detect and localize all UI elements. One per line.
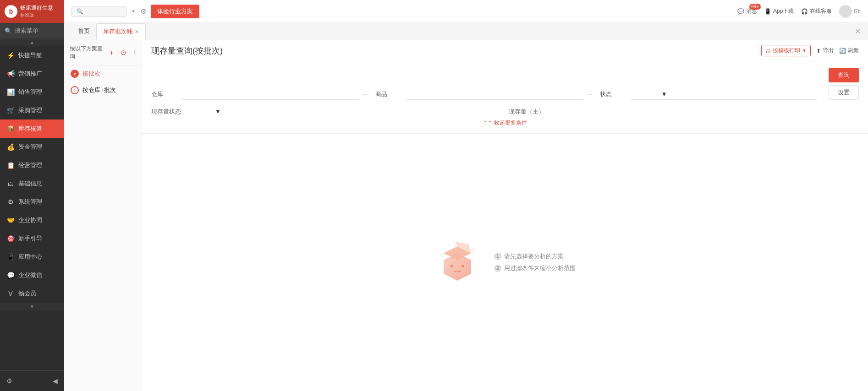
sidebar-item-app-center[interactable]: 📱 应用中心 bbox=[0, 248, 64, 266]
tab-inventory-batch[interactable]: 库存批次账 ✕ bbox=[96, 23, 146, 40]
nav-label-marketing: 营销推广 bbox=[18, 70, 42, 78]
message-badge: 99+ bbox=[749, 4, 761, 10]
online-support-btn[interactable]: 🎧 在线客服 bbox=[801, 7, 832, 15]
sidebar-item-sales[interactable]: 📊 销售管理 bbox=[0, 83, 64, 101]
scroll-down-btn[interactable]: ▼ bbox=[0, 303, 64, 310]
nav-label-app-center: 应用中心 bbox=[18, 253, 42, 261]
tip-num-2: 2 bbox=[494, 265, 501, 272]
topbar-search[interactable]: 🔍 bbox=[71, 6, 126, 17]
tabbar: 首页 库存批次账 ✕ ✕ bbox=[64, 23, 868, 40]
sales-icon: 📊 bbox=[6, 88, 15, 96]
basics-icon: 🗂 bbox=[6, 179, 15, 188]
stock-status-dropdown-icon: ▼ bbox=[215, 108, 221, 115]
refresh-label: 刷新 bbox=[848, 47, 859, 54]
svg-text:✦: ✦ bbox=[469, 269, 471, 272]
scroll-up-btn[interactable]: ▲ bbox=[0, 38, 64, 46]
app-download-btn[interactable]: 📱 App下载 bbox=[764, 7, 794, 15]
sidebar-item-finance[interactable]: 💰 资金管理 bbox=[0, 138, 64, 156]
sidebar-item-inventory[interactable]: 📦 库存核算 bbox=[0, 119, 64, 138]
stock-status-dropdown[interactable]: ▼ bbox=[185, 106, 501, 117]
status-field: 状态 ▼ bbox=[600, 89, 817, 100]
sidebar-item-purchase[interactable]: 🛒 采购管理 bbox=[0, 101, 64, 119]
sidebar-item-members[interactable]: V 畅会员 bbox=[0, 284, 64, 303]
tip-num-1: 1 bbox=[494, 253, 501, 260]
export-icon: ⬆ bbox=[816, 48, 821, 54]
sidebar-footer: ⚙ ◀ bbox=[0, 370, 64, 391]
warehouse-input[interactable] bbox=[182, 89, 359, 100]
filter-buttons: 查询 设置 bbox=[829, 68, 859, 100]
left-panel-actions: ＋ ⊙ 《 bbox=[107, 48, 136, 57]
stock-status-field: 现存量状态 ▼ bbox=[151, 106, 501, 117]
topbar-dropdown-arrow[interactable]: ▼ bbox=[131, 9, 136, 14]
plan-item-by-batch[interactable]: ● 按批次 bbox=[64, 65, 142, 82]
stock-qty-max-input[interactable] bbox=[616, 106, 671, 117]
topbar-search-icon: 🔍 bbox=[77, 8, 83, 15]
page-title: 现存量查询(按批次) bbox=[151, 45, 223, 56]
app-title: 畅康通好生意 bbox=[20, 5, 53, 12]
refresh-btn[interactable]: 🔄 刷新 bbox=[839, 47, 859, 54]
page-header: 现存量查询(按批次) 🖨 按模板打印 ▼ ⬆ 导出 🔄 刷新 bbox=[142, 40, 868, 61]
trial-btn[interactable]: 体验行业方案 bbox=[151, 5, 199, 18]
add-plan-btn[interactable]: ＋ bbox=[107, 48, 116, 57]
system-icon: ⚙ bbox=[6, 198, 15, 206]
sidebar-item-marketing[interactable]: 📢 营销推广 bbox=[0, 65, 64, 83]
warehouse-dots-btn[interactable]: ··· bbox=[363, 91, 368, 98]
stock-qty-divider: — bbox=[607, 109, 612, 115]
collapse-left-panel-btn[interactable]: 《 bbox=[131, 49, 136, 57]
user-avatar-btn[interactable]: Rit bbox=[839, 5, 861, 18]
operations-icon: 📋 bbox=[6, 161, 15, 169]
collapse-more-btn[interactable]: ⌃⌃ 收起更多条件 bbox=[151, 119, 859, 127]
print-label: 按模板打印 bbox=[773, 47, 800, 54]
left-panel-header: 按以下方案查询 ＋ ⊙ 《 bbox=[64, 40, 142, 65]
search-menu[interactable]: 🔍 搜索菜单 bbox=[0, 23, 64, 38]
plan-label-by-batch: 按批次 bbox=[82, 70, 100, 78]
empty-tip-1: 1 请先选择要分析的方案 bbox=[494, 250, 576, 262]
svg-text:✦: ✦ bbox=[439, 253, 441, 256]
nav-label-basics: 基础信息 bbox=[18, 179, 42, 188]
quick-nav-icon: ⚡ bbox=[6, 51, 15, 60]
status-dropdown[interactable]: ▼ bbox=[631, 89, 817, 100]
topbar-gear-icon[interactable]: ⚙ bbox=[140, 7, 146, 16]
nav-label-inventory: 库存核算 bbox=[18, 125, 42, 133]
tip-text-1: 请先选择要分析的方案 bbox=[504, 250, 564, 262]
print-template-btn[interactable]: 🖨 按模板打印 ▼ bbox=[761, 45, 811, 56]
settings-footer-btn[interactable]: ⚙ bbox=[5, 375, 14, 386]
marketing-icon: 📢 bbox=[6, 70, 15, 78]
sidebar-item-enterprise[interactable]: 🤝 企业协同 bbox=[0, 211, 64, 229]
collapse-sidebar-btn[interactable]: ◀ bbox=[51, 375, 60, 386]
filter-settings-btn[interactable]: 设置 bbox=[829, 85, 859, 100]
sidebar-item-system[interactable]: ⚙ 系统管理 bbox=[0, 193, 64, 211]
product-input[interactable] bbox=[407, 89, 583, 100]
print-icon: 🖨 bbox=[765, 48, 771, 54]
plan-settings-btn[interactable]: ⊙ bbox=[119, 48, 128, 57]
product-dots-btn[interactable]: ··· bbox=[587, 91, 593, 98]
export-btn[interactable]: ⬆ 导出 bbox=[816, 47, 834, 54]
tab-home-label: 首页 bbox=[78, 27, 90, 35]
sidebar-item-wechat[interactable]: 💬 企业微信 bbox=[0, 266, 64, 284]
collapse-arrow-up-icon: ⌃⌃ bbox=[483, 120, 492, 126]
topbar: 🔍 ▼ ⚙ 体验行业方案 💬 消息 99+ 📱 App下载 🎧 在线客服 Ri bbox=[64, 0, 868, 23]
nav-label-system: 系统管理 bbox=[18, 198, 42, 206]
headset-icon: 🎧 bbox=[801, 8, 808, 15]
nav-label-finance: 资金管理 bbox=[18, 143, 42, 151]
messages-btn[interactable]: 💬 消息 99+ bbox=[737, 7, 757, 15]
tab-home[interactable]: 首页 bbox=[71, 23, 96, 40]
nav-label-enterprise: 企业协同 bbox=[18, 216, 42, 224]
sidebar-item-quick-nav[interactable]: ⚡ 快捷导航 bbox=[0, 46, 64, 65]
sidebar-nav: ▲ ⚡ 快捷导航 📢 营销推广 📊 销售管理 🛒 采购管理 📦 库存核算 💰 资… bbox=[0, 38, 64, 370]
wechat-icon: 💬 bbox=[6, 271, 15, 279]
tab-actions: ✕ bbox=[855, 27, 861, 36]
tab-close-all-btn[interactable]: ✕ bbox=[855, 27, 861, 36]
query-btn[interactable]: 查询 bbox=[829, 68, 859, 82]
username-label: Rit bbox=[854, 8, 861, 15]
stock-status-label: 现存量状态 bbox=[151, 108, 181, 116]
plan-item-by-warehouse-batch[interactable]: ○ 按仓库+批次 bbox=[64, 82, 142, 98]
sidebar-item-operations[interactable]: 📋 经营管理 bbox=[0, 156, 64, 174]
tab-close-icon[interactable]: ✕ bbox=[135, 29, 139, 35]
sidebar-item-guide[interactable]: 🎯 新手引导 bbox=[0, 229, 64, 248]
sidebar-item-basics[interactable]: 🗂 基础信息 bbox=[0, 174, 64, 193]
left-panel: 按以下方案查询 ＋ ⊙ 《 ● 按批次 ○ 按仓库+批次 bbox=[64, 40, 142, 391]
stock-qty-label: 现存量（主） bbox=[509, 108, 544, 116]
stock-qty-min-input[interactable] bbox=[548, 106, 603, 117]
app-center-icon: 📱 bbox=[6, 253, 15, 261]
